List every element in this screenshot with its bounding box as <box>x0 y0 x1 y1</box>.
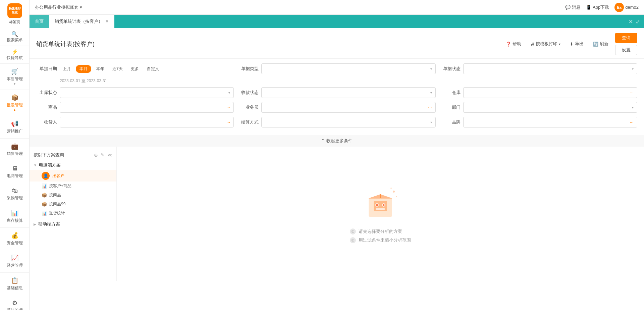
payment-status-select[interactable]: ▾ <box>261 87 435 98</box>
user-profile[interactable]: Ea demo2 <box>614 3 639 12</box>
order-type-filter: 单据类型 ▾ <box>238 63 435 74</box>
help-btn[interactable]: ❓ 帮助 <box>503 40 524 48</box>
sidebar-item-ecommerce[interactable]: 🖥 电商管理 <box>0 161 29 183</box>
svg-rect-12 <box>376 208 385 210</box>
product-filter: 商品 ··· <box>36 102 234 113</box>
by-customer-item[interactable]: 👤 按客户 <box>30 170 116 182</box>
product-ellipsis[interactable]: ··· <box>226 105 230 110</box>
sidebar-item-marketing-label: 营销推广 <box>7 128 23 134</box>
export-btn[interactable]: ⬇ 导出 <box>567 40 586 48</box>
logo-subtitle: 标签页 <box>9 19 20 24</box>
add-scheme-icon[interactable]: ⊕ <box>94 152 98 158</box>
app-download-btn[interactable]: 📱 App下载 <box>586 4 609 10</box>
warehouse-select[interactable]: ··· <box>463 87 637 98</box>
message-btn[interactable]: 💬 消息 <box>565 4 581 10</box>
purchase-icon: 🛍 <box>12 187 18 194</box>
return-stats-item[interactable]: 📊 退货统计 <box>30 209 116 218</box>
industry-selector[interactable]: 办公用品行业模拟账套 ▾ <box>35 4 82 10</box>
custom-btn[interactable]: 自定义 <box>144 65 162 73</box>
filter-row-1: 单据日期 上月 本月 本年 近7天 更多 自定义 单据类型 <box>36 63 637 74</box>
warehouse-ellipsis[interactable]: ··· <box>630 90 634 95</box>
last-month-btn[interactable]: 上月 <box>60 65 74 73</box>
by-product-99-label: 按商品99 <box>49 201 65 207</box>
sidebar-item-purchase[interactable]: 🛍 采购管理 <box>0 183 29 205</box>
filter-row-2: 出库状态 ▾ 收款状态 ▾ 仓库 <box>36 87 637 98</box>
brand-select[interactable]: ··· <box>463 117 637 127</box>
by-customer-label: 按客户 <box>52 173 64 179</box>
salesperson-ellipsis[interactable]: ··· <box>428 105 432 110</box>
svg-point-5 <box>396 196 397 197</box>
desktop-scheme-parent[interactable]: ▼ 电脑端方案 <box>30 160 116 170</box>
tab-close-all-btn[interactable]: ✕ <box>629 18 633 25</box>
more-btn[interactable]: 更多 <box>128 65 142 73</box>
brand-filter: 品牌 ··· <box>440 117 637 127</box>
by-product-99-icon: 📦 <box>42 202 47 207</box>
refresh-btn[interactable]: 🔄 刷新 <box>590 40 611 48</box>
sidebar-item-system[interactable]: ⚙ 系统管理 <box>0 295 29 310</box>
sidebar-item-wholesale[interactable]: 📦 批发管理 ▲ <box>0 90 29 116</box>
by-product-99-item[interactable]: 📦 按商品99 <box>30 200 116 209</box>
search-menu-item[interactable]: 🔍 搜索菜单 <box>0 28 29 46</box>
recipient-select[interactable]: ··· <box>60 117 234 127</box>
operation-icon: 📈 <box>11 254 18 262</box>
refresh-icon: 🔄 <box>593 42 598 47</box>
topbar-left: 办公用品行业模拟账套 ▾ <box>35 4 82 10</box>
print-dropdown-arrow[interactable]: ▾ <box>559 42 560 46</box>
brand-ellipsis[interactable]: ··· <box>630 119 634 125</box>
print-btn[interactable]: 🖨 按模板打印 ▾ <box>528 40 563 48</box>
order-type-select[interactable]: ▾ <box>261 63 435 74</box>
tab-sales-stats[interactable]: 销货单统计表（按客户） ✕ <box>49 15 114 28</box>
product-label: 商品 <box>36 104 60 110</box>
sidebar-item-inventory[interactable]: 📊 库存核算 <box>0 205 29 228</box>
last-7-btn[interactable]: 近7天 <box>109 65 126 73</box>
by-customer-product-item[interactable]: 📊 按客户+商品 <box>30 182 116 191</box>
recipient-ellipsis[interactable]: ··· <box>226 119 230 125</box>
avatar-text: Ea <box>617 5 622 9</box>
desktop-scheme-label: 电脑端方案 <box>39 162 61 168</box>
filter-row-3: 商品 ··· 业务员 ··· 部门 <box>36 102 637 113</box>
order-status-select[interactable]: ▾ <box>463 63 637 74</box>
shortcut-nav-item[interactable]: ⚡ 快捷导航 <box>0 46 29 64</box>
sidebar-item-finance-label: 资金管理 <box>7 240 23 246</box>
collapse-bar[interactable]: ⌃ 收起更多条件 <box>30 135 644 147</box>
department-arrow: ▾ <box>632 106 634 109</box>
tab-expand-btn[interactable]: ⤢ <box>636 18 640 25</box>
setting-button[interactable]: 设置 <box>615 45 637 55</box>
sidebar-item-basic[interactable]: 📋 基础信息 <box>0 273 29 295</box>
tab-close-icon[interactable]: ✕ <box>105 19 109 24</box>
empty-hints: ① 请先选择要分析的方案 ② 用过滤条件来缩小分析范围 <box>350 228 411 246</box>
this-month-btn[interactable]: 本月 <box>76 65 91 73</box>
logo-icon: 畅捷通好生意 <box>7 3 22 18</box>
order-type-label: 单据类型 <box>238 66 261 72</box>
sidebar-item-marketing[interactable]: 📢 营销推广 <box>0 116 29 139</box>
sidebar-item-retail-label: 零售管理 <box>7 76 23 82</box>
sidebar-item-operation[interactable]: 📈 经营管理 <box>0 250 29 273</box>
svg-point-11 <box>383 204 385 206</box>
payment-status-label: 收款状态 <box>238 90 261 96</box>
salesperson-select[interactable]: ··· <box>261 102 435 113</box>
page-title: 销货单统计表(按客户) <box>36 40 95 48</box>
collapse-panel-icon[interactable]: ≪ <box>107 152 112 158</box>
mobile-scheme-parent[interactable]: ▶ 移动端方案 <box>30 219 116 229</box>
empty-hint-2: ② 用过滤条件来缩小分析范围 <box>350 237 411 243</box>
tab-home[interactable]: 首页 <box>30 15 49 28</box>
edit-scheme-icon[interactable]: ✎ <box>101 152 105 158</box>
product-select[interactable]: ··· <box>60 102 234 113</box>
date-buttons: 上月 本月 本年 近7天 更多 自定义 <box>60 65 162 73</box>
avatar: Ea <box>614 3 624 12</box>
collapse-label: 收起更多条件 <box>326 138 353 144</box>
wholesale-icon: 📦 <box>11 94 18 101</box>
query-button[interactable]: 查询 <box>615 33 637 43</box>
this-year-btn[interactable]: 本年 <box>93 65 107 73</box>
recipient-label: 收货人 <box>36 119 60 125</box>
by-product-item[interactable]: 📦 按商品 <box>30 191 116 200</box>
sidebar-item-finance[interactable]: 💰 资金管理 <box>0 228 29 250</box>
settlement-select[interactable]: ▾ <box>261 117 435 127</box>
sidebar-item-retail[interactable]: 🛒 零售管理 ▼ <box>0 64 29 90</box>
delivery-status-select[interactable]: ▾ <box>60 87 234 98</box>
delivery-status-arrow: ▾ <box>228 91 230 95</box>
department-select[interactable]: ▾ <box>463 102 637 113</box>
by-customer-avatar: 👤 <box>42 172 50 180</box>
collapse-arrow-icon: ⌃ <box>321 138 325 144</box>
sidebar-item-sales[interactable]: 💼 销售管理 <box>0 139 29 161</box>
